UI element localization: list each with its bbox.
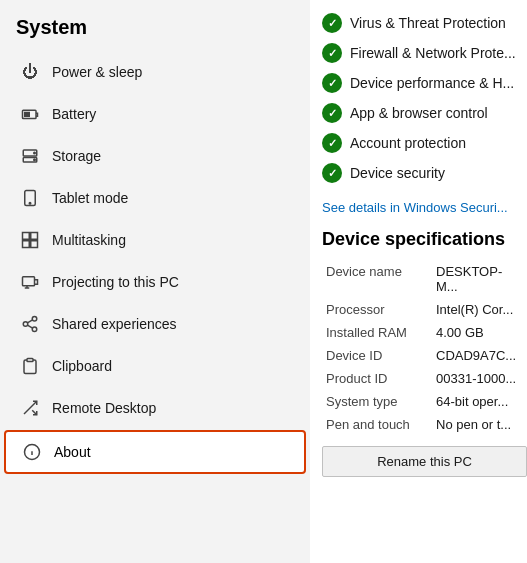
shared-experiences-icon	[20, 314, 40, 334]
sidebar-label-shared-experiences: Shared experiences	[52, 316, 177, 332]
spec-key-4: Product ID	[322, 367, 432, 390]
sidebar-item-projecting[interactable]: Projecting to this PC	[4, 262, 306, 302]
spec-row-1: ProcessorIntel(R) Cor...	[322, 298, 527, 321]
sidebar-label-power-sleep: Power & sleep	[52, 64, 142, 80]
sidebar-label-about: About	[54, 444, 91, 460]
spec-value-4: 00331-1000...	[432, 367, 527, 390]
svg-rect-12	[23, 277, 35, 286]
sidebar-label-tablet-mode: Tablet mode	[52, 190, 128, 206]
spec-row-2: Installed RAM4.00 GB	[322, 321, 527, 344]
check-icon-3	[322, 103, 342, 123]
check-icon-4	[322, 133, 342, 153]
right-panel: Virus & Threat Protection Firewall & Net…	[310, 0, 527, 563]
sidebar: System ⏻ Power & sleep Battery Storage	[0, 0, 310, 563]
power-sleep-icon: ⏻	[20, 62, 40, 82]
check-icon-5	[322, 163, 342, 183]
svg-rect-8	[23, 233, 30, 240]
svg-line-18	[27, 325, 32, 328]
sidebar-item-remote-desktop[interactable]: Remote Desktop	[4, 388, 306, 428]
security-label-1: Firewall & Network Prote...	[350, 45, 516, 61]
sidebar-label-storage: Storage	[52, 148, 101, 164]
sidebar-item-clipboard[interactable]: Clipboard	[4, 346, 306, 386]
security-item-5: Device security	[322, 158, 527, 188]
spec-value-2: 4.00 GB	[432, 321, 527, 344]
projecting-icon	[20, 272, 40, 292]
spec-row-6: Pen and touchNo pen or t...	[322, 413, 527, 436]
device-specs-title: Device specifications	[322, 229, 527, 250]
svg-rect-20	[27, 359, 33, 362]
sidebar-item-storage[interactable]: Storage	[4, 136, 306, 176]
spec-key-0: Device name	[322, 260, 432, 298]
multitasking-icon	[20, 230, 40, 250]
svg-rect-10	[23, 241, 30, 248]
security-item-4: Account protection	[322, 128, 527, 158]
sidebar-item-multitasking[interactable]: Multitasking	[4, 220, 306, 260]
sidebar-label-multitasking: Multitasking	[52, 232, 126, 248]
security-label-0: Virus & Threat Protection	[350, 15, 506, 31]
svg-rect-1	[24, 112, 30, 117]
storage-icon	[20, 146, 40, 166]
security-label-2: Device performance & H...	[350, 75, 514, 91]
security-label-5: Device security	[350, 165, 445, 181]
spec-row-0: Device nameDESKTOP-M...	[322, 260, 527, 298]
svg-line-19	[27, 320, 32, 323]
specs-table: Device nameDESKTOP-M...ProcessorIntel(R)…	[322, 260, 527, 436]
svg-point-4	[34, 152, 36, 154]
spec-row-5: System type64-bit oper...	[322, 390, 527, 413]
sidebar-title: System	[0, 8, 310, 51]
sidebar-label-remote-desktop: Remote Desktop	[52, 400, 156, 416]
sidebar-label-battery: Battery	[52, 106, 96, 122]
battery-icon	[20, 104, 40, 124]
rename-pc-button[interactable]: Rename this PC	[322, 446, 527, 477]
spec-key-1: Processor	[322, 298, 432, 321]
check-icon-0	[322, 13, 342, 33]
security-item-2: Device performance & H...	[322, 68, 527, 98]
spec-key-5: System type	[322, 390, 432, 413]
spec-row-4: Product ID00331-1000...	[322, 367, 527, 390]
spec-value-3: CDAD9A7C...	[432, 344, 527, 367]
spec-value-1: Intel(R) Cor...	[432, 298, 527, 321]
spec-value-0: DESKTOP-M...	[432, 260, 527, 298]
svg-point-16	[23, 322, 28, 327]
security-item-3: App & browser control	[322, 98, 527, 128]
sidebar-label-projecting: Projecting to this PC	[52, 274, 179, 290]
sidebar-label-clipboard: Clipboard	[52, 358, 112, 374]
sidebar-item-power-sleep[interactable]: ⏻ Power & sleep	[4, 52, 306, 92]
security-items-list: Virus & Threat Protection Firewall & Net…	[322, 8, 527, 188]
svg-point-7	[29, 203, 31, 205]
svg-point-15	[32, 317, 37, 322]
security-item-0: Virus & Threat Protection	[322, 8, 527, 38]
about-icon	[22, 442, 42, 462]
tablet-mode-icon	[20, 188, 40, 208]
check-icon-1	[322, 43, 342, 63]
see-details-link[interactable]: See details in Windows Securi...	[322, 200, 527, 215]
svg-rect-11	[31, 241, 38, 248]
sidebar-item-shared-experiences[interactable]: Shared experiences	[4, 304, 306, 344]
spec-key-2: Installed RAM	[322, 321, 432, 344]
security-label-3: App & browser control	[350, 105, 488, 121]
spec-row-3: Device IDCDAD9A7C...	[322, 344, 527, 367]
spec-key-6: Pen and touch	[322, 413, 432, 436]
sidebar-item-battery[interactable]: Battery	[4, 94, 306, 134]
spec-value-6: No pen or t...	[432, 413, 527, 436]
svg-point-5	[34, 159, 36, 161]
sidebar-item-about[interactable]: About	[4, 430, 306, 474]
security-label-4: Account protection	[350, 135, 466, 151]
spec-key-3: Device ID	[322, 344, 432, 367]
svg-point-17	[32, 327, 37, 332]
clipboard-icon	[20, 356, 40, 376]
security-item-1: Firewall & Network Prote...	[322, 38, 527, 68]
check-icon-2	[322, 73, 342, 93]
svg-rect-9	[31, 233, 38, 240]
sidebar-item-tablet-mode[interactable]: Tablet mode	[4, 178, 306, 218]
spec-value-5: 64-bit oper...	[432, 390, 527, 413]
remote-desktop-icon	[20, 398, 40, 418]
